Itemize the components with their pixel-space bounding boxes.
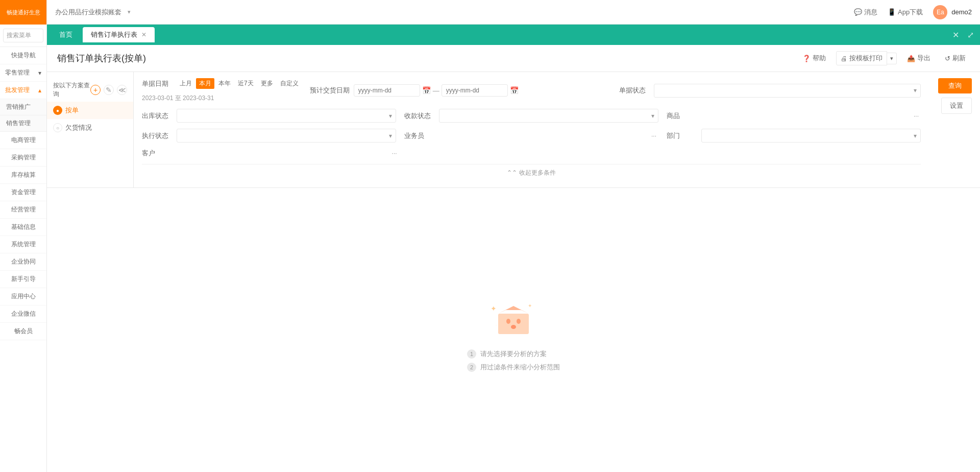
filter-goods-label: 商品	[667, 111, 697, 121]
date-tab-custom[interactable]: 自定义	[277, 78, 302, 89]
filter-exec-label: 执行状态	[142, 131, 173, 140]
sidebar-item-member[interactable]: 畅会员	[0, 323, 46, 340]
customer-more-btn[interactable]: ···	[390, 150, 399, 157]
filter-row-date: 单据日期 上月 本月 本年 近7天 更多 自定义 2023-03-01 至 20…	[142, 78, 921, 103]
goods-control: ···	[701, 112, 921, 120]
dept-select[interactable]	[701, 129, 921, 143]
export-btn[interactable]: 📤 导出	[903, 52, 935, 65]
sidebar-item-basic[interactable]: 基础信息	[0, 219, 46, 236]
query-btn[interactable]: 查询	[938, 78, 972, 93]
sidebar-item-retail[interactable]: 零售管理 ▾	[0, 64, 46, 82]
print-dropdown-btn[interactable]: ▾	[887, 53, 897, 64]
filter-edit-btn[interactable]: ✎	[104, 85, 114, 95]
filter-collapse-btn[interactable]: ≪	[117, 85, 127, 95]
filter-fields-section: 单据日期 上月 本月 本年 近7天 更多 自定义 2023-03-01 至 20…	[134, 72, 929, 187]
tab-close-window-icon[interactable]: ✕	[950, 28, 961, 42]
tabbar: 首页 销售订单执行表 ✕ ✕ ⤢	[47, 25, 980, 45]
sidebar-item-finance[interactable]: 资金管理	[0, 184, 46, 201]
filter-sidebar-header: 按以下方案查询 + ✎ ≪	[47, 78, 133, 102]
tab-active-label: 销售订单执行表	[91, 30, 137, 39]
salesman-more-btn[interactable]: ···	[649, 132, 658, 139]
user-name[interactable]: demo2	[951, 8, 972, 16]
sidebar-item-quick-nav[interactable]: 快捷导航	[0, 47, 46, 64]
calendar-end-icon: 📅	[510, 86, 519, 95]
filter-exec-item: 执行状态	[142, 129, 396, 143]
app-download-action[interactable]: 📱 App下载	[888, 8, 923, 17]
filter-date-label: 单据日期	[142, 79, 173, 88]
step-num-2: 2	[467, 363, 476, 372]
print-btn[interactable]: 🖨 按模板打印	[836, 51, 887, 65]
stock-status-select[interactable]	[177, 109, 396, 123]
message-action[interactable]: 💬 消息	[854, 8, 877, 17]
sidebar-item-sales[interactable]: 销售管理	[0, 115, 46, 132]
date-tab-this-year[interactable]: 本年	[215, 78, 234, 89]
sidebar-item-wholesale[interactable]: 批发管理 ▴	[0, 82, 46, 99]
expected-date-end[interactable]	[442, 84, 508, 97]
filter-add-btn[interactable]: +	[90, 85, 101, 95]
empty-step-1-label: 请先选择要分析的方案	[480, 349, 547, 359]
topbar-right: 💬 消息 📱 App下载 Ea demo2	[854, 5, 972, 19]
sidebar-item-marketing[interactable]: 营销推广	[0, 99, 46, 115]
filter-scheme-order[interactable]: ● 按单	[47, 102, 133, 119]
date-tab-7days[interactable]: 近7天	[235, 78, 257, 89]
tab-close-icon[interactable]: ✕	[141, 31, 146, 38]
download-icon: 📱	[888, 8, 896, 16]
filter-expected-date-item: 预计交货日期 📅 — 📅	[310, 84, 611, 97]
sidebar-item-ecommerce[interactable]: 电商管理	[0, 132, 46, 149]
user-avatar[interactable]: Ea	[933, 5, 947, 19]
svg-text:✦: ✦	[491, 304, 497, 313]
sidebar-item-newbie[interactable]: 新手引导	[0, 271, 46, 288]
main-content: 办公用品行业模拟账套 ▾ 💬 消息 📱 App下载 Ea demo2 首页 销售…	[47, 0, 980, 472]
wholesale-sub-menu: 营销推广 销售管理	[0, 99, 46, 132]
sidebar-item-inventory[interactable]: 库存核算	[0, 167, 46, 184]
export-label: 导出	[917, 54, 930, 63]
sidebar-item-apps[interactable]: 应用中心	[0, 288, 46, 305]
help-btn[interactable]: ❓ 帮助	[798, 52, 830, 65]
sidebar-item-system[interactable]: 系统管理	[0, 236, 46, 253]
page-title: 销售订单执行表(按单)	[57, 52, 146, 64]
sidebar-item-purchase[interactable]: 采购管理	[0, 149, 46, 167]
empty-step-1: 1 请先选择要分析的方案	[467, 349, 560, 359]
search-menu-btn[interactable]: 搜索菜单	[3, 29, 43, 42]
page-content: 销售订单执行表(按单) ❓ 帮助 🖨 按模板打印 ▾ 📤 导出	[47, 45, 980, 472]
filter-receive-item: 收款状态	[404, 109, 658, 123]
filter-salesman-item: 业务员 ···	[404, 131, 658, 140]
filter-stock-item: 出库状态	[142, 109, 396, 123]
page-header: 销售订单执行表(按单) ❓ 帮助 🖨 按模板打印 ▾ 📤 导出	[47, 45, 980, 72]
filter-customer-label: 客户	[142, 149, 173, 158]
salesman-control: ···	[439, 132, 658, 139]
tab-maximize-icon[interactable]: ⤢	[965, 28, 976, 42]
sidebar-item-cooperation[interactable]: 企业协同	[0, 253, 46, 271]
tab-sales-order-exec[interactable]: 销售订单执行表 ✕	[83, 27, 155, 42]
svg-point-3	[517, 319, 521, 324]
tab-home[interactable]: 首页	[51, 27, 81, 42]
sidebar-item-operations[interactable]: 经营管理	[0, 201, 46, 219]
sidebar-logo[interactable]: 畅捷通好生意	[0, 0, 46, 25]
empty-state: ✦ ✦ · 1 请先选择要分析的方案 2 用过滤条件来缩小分析范围	[47, 188, 980, 472]
filter-dept-item: 部门	[667, 129, 921, 143]
settings-btn[interactable]: 设置	[941, 98, 972, 114]
calendar-start-icon: 📅	[422, 86, 431, 95]
filter-sidebar-header-label: 按以下方案查询	[53, 81, 90, 99]
refresh-btn[interactable]: ↺ 刷新	[941, 52, 970, 65]
filter-row-exec: 执行状态 业务员 ··· 部门	[142, 129, 921, 143]
sidebar-item-wechat[interactable]: 企业微信	[0, 305, 46, 323]
filter-customer-item: 客户 ···	[142, 149, 399, 158]
svg-text:·: ·	[496, 323, 497, 327]
date-tab-this-month[interactable]: 本月	[196, 78, 214, 89]
receive-status-select[interactable]	[439, 109, 658, 123]
expected-date-start[interactable]	[354, 84, 420, 97]
empty-step-2-label: 用过滤条件来缩小分析范围	[480, 363, 560, 372]
exec-status-select[interactable]	[177, 129, 396, 143]
help-icon: ❓	[802, 55, 811, 62]
empty-steps: 1 请先选择要分析的方案 2 用过滤条件来缩小分析范围	[467, 349, 560, 372]
topbar-dropdown-icon[interactable]: ▾	[128, 9, 131, 15]
goods-more-btn[interactable]: ···	[912, 112, 921, 120]
order-status-select[interactable]	[654, 84, 921, 98]
filter-scheme-shortage[interactable]: ○ 欠货情况	[47, 119, 133, 136]
date-tab-last-month[interactable]: 上月	[177, 78, 195, 89]
collapse-filters-btn[interactable]: ⌃⌃ 收起更多条件	[142, 164, 921, 181]
date-tab-more[interactable]: 更多	[258, 78, 276, 89]
print-btn-group: 🖨 按模板打印 ▾	[836, 51, 897, 65]
expected-date-range: 📅 — 📅	[354, 84, 519, 97]
